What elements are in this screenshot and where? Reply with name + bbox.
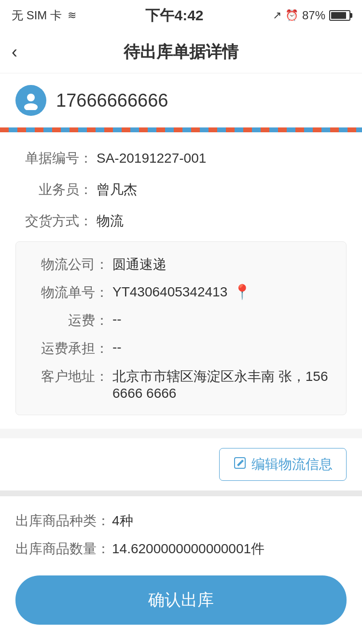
basic-info-section: 单据编号： SA-20191227-001 业务员： 曾凡杰 交货方式： 物流 … [0, 132, 362, 429]
document-number-value: SA-20191227-001 [93, 148, 347, 169]
delivery-method-row: 交货方式： 物流 [15, 210, 347, 232]
freight-bearer-row: 运费承担： -- [31, 339, 331, 358]
confirm-outbound-button[interactable]: 确认出库 [15, 575, 347, 625]
goods-types-label: 出库商品种类： [15, 512, 112, 530]
page-title: 待出库单据详情 [124, 41, 238, 63]
phone-header: 17666666666 [0, 73, 362, 127]
carrier-label: 无 SIM 卡 [12, 8, 62, 23]
tracking-number-value: YT43064053424​13 📍 [109, 283, 331, 300]
freight-row: 运费： -- [31, 311, 331, 330]
battery-icon [329, 10, 350, 21]
salesperson-value: 曾凡杰 [93, 179, 347, 201]
customer-address-row: 客户地址： 北京市市辖区海淀区永丰南 张，156 6666 6666 [31, 367, 331, 401]
edit-logistics-wrapper: 编辑物流信息 [0, 438, 362, 490]
goods-quantity-value: 14.62000000000000​01件 [112, 540, 265, 558]
svg-point-1 [24, 103, 38, 110]
document-number-row: 单据编号： SA-20191227-001 [15, 148, 347, 169]
edit-icon [233, 456, 247, 473]
status-bar: 无 SIM 卡 ≋ 下午4:42 ↗ ⏰ 87% [0, 0, 362, 31]
alarm-icon: ⏰ [285, 9, 298, 22]
freight-value: -- [109, 311, 331, 327]
section-separator [0, 490, 362, 496]
goods-types-value: 4种 [112, 512, 133, 530]
delivery-method-value: 物流 [93, 210, 347, 232]
tracking-number-row: 物流单号： YT43064053424​13 📍 [31, 283, 331, 302]
logistics-company-value: 圆通速递 [109, 255, 331, 274]
confirm-btn-wrapper: 确认出库 [0, 566, 362, 644]
svg-point-0 [27, 94, 35, 101]
logistics-company-row: 物流公司： 圆通速递 [31, 255, 331, 274]
location-arrow-icon: ↗ [273, 9, 281, 22]
logistics-card: 物流公司： 圆通速递 物流单号： YT43064053424​13 📍 运费： … [15, 241, 347, 415]
goods-quantity-label: 出库商品数量： [15, 540, 112, 558]
customer-address-value: 北京市市辖区海淀区永丰南 张，156 6666 6666 [109, 367, 331, 401]
back-button[interactable]: ‹ [12, 42, 17, 62]
document-number-label: 单据编号： [15, 148, 93, 169]
goods-types-row: 出库商品种类： 4种 [15, 512, 347, 530]
edit-logistics-button[interactable]: 编辑物流信息 [219, 448, 347, 481]
nav-bar: ‹ 待出库单据详情 [0, 31, 362, 73]
status-right: ↗ ⏰ 87% [273, 9, 350, 22]
edit-logistics-label: 编辑物流信息 [251, 455, 333, 474]
freight-bearer-label: 运费承担： [31, 339, 109, 358]
dashed-divider [0, 127, 362, 132]
wifi-icon: ≋ [68, 9, 76, 22]
freight-bearer-value: -- [109, 339, 331, 355]
avatar [15, 85, 46, 116]
tracking-number-label: 物流单号： [31, 283, 109, 302]
salesperson-label: 业务员： [15, 179, 93, 201]
location-pin-icon[interactable]: 📍 [233, 283, 251, 300]
goods-quantity-row: 出库商品数量： 14.62000000000000​01件 [15, 540, 347, 558]
customer-address-label: 客户地址： [31, 367, 109, 386]
delivery-method-label: 交货方式： [15, 210, 93, 232]
status-time: 下午4:42 [145, 6, 203, 26]
status-left: 无 SIM 卡 ≋ [12, 8, 76, 23]
battery-label: 87% [302, 9, 325, 22]
logistics-company-label: 物流公司： [31, 255, 109, 274]
phone-number: 17666666666 [56, 90, 168, 111]
salesperson-row: 业务员： 曾凡杰 [15, 179, 347, 201]
freight-label: 运费： [31, 311, 109, 330]
